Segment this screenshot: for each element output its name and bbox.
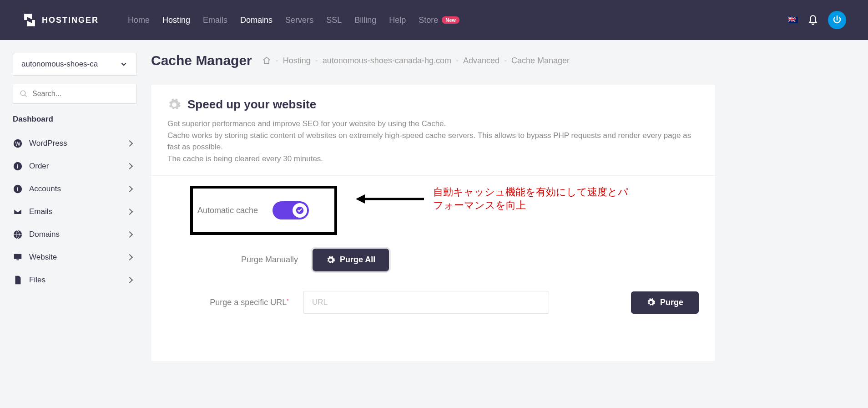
purge-url-input[interactable] (303, 291, 549, 314)
purge-all-button[interactable]: Purge All (313, 249, 389, 271)
page-header: Cache Manager - Hosting - autonomous-sho… (151, 53, 715, 68)
nav-hosting[interactable]: Hosting (162, 15, 190, 25)
toggle-knob (293, 203, 307, 218)
search-icon (20, 90, 28, 98)
page-title: Cache Manager (151, 53, 252, 68)
card-desc-2: Cache works by storing static content of… (167, 130, 699, 153)
sidebar: autonomous-shoes-ca Dashboard W WordPres… (0, 40, 136, 361)
purge-manually-label: Purge Manually (215, 255, 302, 265)
sidebar-item-wordpress[interactable]: W WordPress (13, 132, 136, 155)
nav-help[interactable]: Help (389, 15, 406, 25)
breadcrumb-current: Cache Manager (511, 56, 570, 66)
wordpress-icon: W (13, 138, 23, 148)
top-nav: HOSTINGER Home Hosting Emails Domains Se… (0, 0, 868, 40)
row-purge-manually: Purge Manually Purge All (215, 249, 699, 271)
info-icon: i (13, 161, 23, 171)
nav-emails[interactable]: Emails (203, 15, 227, 25)
svg-text:W: W (15, 141, 20, 147)
gears-icon (167, 98, 181, 112)
chevron-right-icon (126, 163, 133, 169)
card-desc-1: Get superior performance and improve SEO… (167, 118, 699, 130)
purge-button[interactable]: Purge (631, 291, 699, 314)
chevron-right-icon (126, 277, 133, 283)
site-selector[interactable]: autonomous-shoes-ca (13, 53, 136, 76)
brand-name: HOSTINGER (42, 15, 99, 25)
card-body: Automatic cache 自動キャッシュ機能を有効にし (151, 176, 715, 361)
gears-icon (646, 298, 656, 307)
arrow-left-icon (356, 192, 424, 206)
chevron-right-icon (126, 231, 133, 238)
highlight-box: Automatic cache (190, 186, 337, 235)
chevron-down-icon (120, 60, 128, 68)
power-icon (832, 15, 843, 26)
gears-icon (326, 255, 335, 265)
home-icon[interactable] (262, 56, 271, 65)
svg-text:i: i (17, 163, 18, 170)
chevron-right-icon (126, 254, 133, 260)
automatic-cache-toggle[interactable] (273, 201, 309, 219)
purge-url-label: Purge a specific URL* (192, 298, 293, 307)
automatic-cache-label: Automatic cache (197, 206, 262, 215)
chevron-right-icon (126, 186, 133, 192)
bell-icon[interactable] (807, 14, 819, 26)
svg-rect-8 (16, 260, 19, 260)
nav-home[interactable]: Home (128, 15, 150, 25)
card-title: Speed up your website (187, 97, 316, 112)
breadcrumb-domain[interactable]: autonomous-shoes-canada-hg.com (323, 56, 451, 66)
globe-icon (13, 230, 23, 240)
svg-marker-11 (356, 194, 365, 204)
search-box[interactable] (13, 84, 136, 104)
nav-billing[interactable]: Billing (354, 15, 376, 25)
sidebar-item-domains[interactable]: Domains (13, 223, 136, 246)
site-selector-label: autonomous-shoes-ca (21, 60, 98, 69)
svg-text:i: i (17, 186, 18, 193)
nav-links: Home Hosting Emails Domains Servers SSL … (128, 15, 789, 25)
row-purge-url: Purge a specific URL* Purge (192, 291, 699, 314)
language-flag-icon[interactable] (789, 17, 798, 23)
file-icon (13, 275, 23, 285)
svg-rect-7 (14, 254, 22, 259)
annotation-text: 自動キャッシュ機能を有効にして速度とパフォーマンスを向上 (433, 186, 629, 212)
search-input[interactable] (32, 90, 130, 98)
avatar[interactable] (828, 11, 846, 29)
required-star: * (287, 298, 289, 304)
info-icon: i (13, 184, 23, 194)
card-cache-manager: Speed up your website Get superior perfo… (151, 85, 715, 361)
chevron-right-icon (126, 140, 133, 147)
card-head: Speed up your website Get superior perfo… (151, 85, 715, 176)
badge-new: New (442, 16, 459, 24)
annotation: 自動キャッシュ機能を有効にして速度とパフォーマンスを向上 (356, 186, 629, 212)
breadcrumb-hosting[interactable]: Hosting (283, 56, 311, 66)
main-content: Cache Manager - Hosting - autonomous-sho… (136, 40, 728, 361)
card-desc-3: The cache is being cleared every 30 minu… (167, 153, 699, 165)
sidebar-heading: Dashboard (13, 115, 136, 124)
sidebar-item-website[interactable]: Website (13, 246, 136, 269)
nav-store[interactable]: Store New (419, 15, 459, 25)
check-icon (296, 206, 304, 214)
sidebar-item-accounts[interactable]: i Accounts (13, 178, 136, 200)
nav-domains[interactable]: Domains (240, 15, 273, 25)
sidebar-item-files[interactable]: Files (13, 269, 136, 291)
breadcrumb-advanced[interactable]: Advanced (463, 56, 500, 66)
nav-servers[interactable]: Servers (285, 15, 313, 25)
breadcrumb: - Hosting - autonomous-shoes-canada-hg.c… (262, 56, 570, 66)
nav-ssl[interactable]: SSL (326, 15, 342, 25)
sidebar-item-order[interactable]: i Order (13, 155, 136, 178)
envelope-icon (13, 207, 23, 217)
hostinger-logo-icon (22, 12, 37, 28)
chevron-right-icon (126, 209, 133, 215)
monitor-icon (13, 252, 23, 262)
sidebar-item-emails[interactable]: Emails (13, 200, 136, 223)
nav-right (789, 11, 846, 29)
brand-logo[interactable]: HOSTINGER (22, 12, 99, 28)
